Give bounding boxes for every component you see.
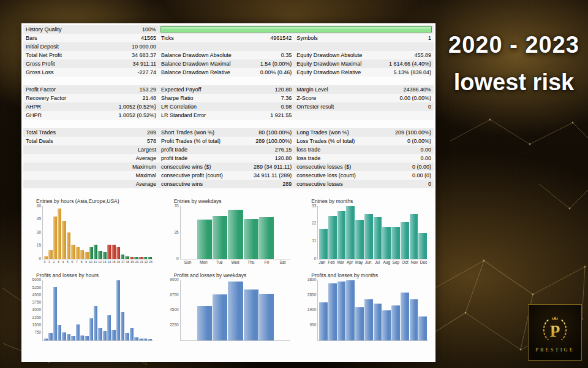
- stat-label: [23, 145, 104, 154]
- y-tick-label: 4500: [170, 309, 180, 313]
- stat-value: 0.00% (0.46): [241, 68, 294, 77]
- bar: [259, 217, 274, 259]
- x-tick-label: 13: [102, 260, 107, 264]
- bar: [244, 219, 258, 259]
- table-row: Averageprofit trade120.80loss trade0.00: [23, 154, 434, 163]
- x-tick-label: Sat: [275, 260, 291, 265]
- table-row: Maximumconsecutive wins ($)289 (34 911.1…: [23, 163, 434, 171]
- bar: [143, 257, 147, 259]
- stat-label: LR Standard Error: [159, 111, 241, 120]
- bar: [62, 332, 66, 340]
- table-row: Bars41565Ticks4961542Symbols1: [23, 34, 434, 42]
- bar: [319, 229, 328, 259]
- background: History Quality100%Bars41565Ticks4961542…: [0, 0, 588, 368]
- stat-label: Sharpe Ratio: [159, 94, 241, 102]
- stat-value: 100%: [104, 25, 159, 34]
- stat-label: Long Trades (won %): [294, 128, 376, 137]
- stat-value: 276.15: [241, 145, 294, 154]
- table-row: Total Net Profit34 683.37Balance Drawdow…: [23, 51, 434, 59]
- x-tick-label: 21: [139, 260, 144, 264]
- stat-value: 0.00 (0.00%): [376, 94, 434, 102]
- stat-label: consecutive losses ($): [294, 163, 376, 171]
- bar: [94, 245, 97, 259]
- y-tick-label: 0: [39, 257, 43, 261]
- y-tick-label: 60: [37, 204, 43, 209]
- x-tick-label: 10: [88, 260, 93, 264]
- brand-name: PRESTIGE: [535, 347, 575, 353]
- stat-value: 0.00: [376, 154, 434, 163]
- x-tick-label: Wed: [227, 260, 243, 265]
- headline: 2020 - 2023 lowest risk: [442, 32, 586, 96]
- chart-title: Entries by weekdays: [174, 198, 293, 204]
- stat-label: Balance Drawdown Maximal: [159, 59, 241, 68]
- y-tick-label: 11: [312, 239, 318, 243]
- x-axis: 01234567891011121314151617181920212223: [42, 260, 153, 264]
- stat-value: 0.35: [241, 51, 294, 59]
- prestige-emblem-icon: P: [538, 312, 571, 345]
- tagline-heading: lowest risk: [442, 69, 586, 96]
- x-tick-label: 15: [111, 260, 116, 264]
- chart-plot: 015304560: [42, 206, 153, 259]
- x-tick-label: 1: [47, 260, 52, 264]
- x-tick-label: 17: [121, 260, 126, 264]
- stat-value: 1: [376, 34, 434, 42]
- bar: [76, 247, 80, 259]
- stat-value: 0 (0.00): [376, 163, 434, 171]
- y-tick-label: 70: [174, 204, 180, 209]
- stat-label: Bars: [23, 34, 104, 42]
- x-tick-label: 20: [135, 260, 140, 264]
- x-tick-label: 16: [116, 260, 121, 264]
- bar: [103, 331, 107, 340]
- bar: [111, 330, 115, 340]
- x-tick-label: 7: [75, 260, 80, 264]
- chart: Entries by months0112233JanFebMarAprMayJ…: [301, 198, 431, 265]
- stat-value: 1.0052 (0.52%): [104, 102, 159, 111]
- stat-value: Maximal: [104, 171, 159, 180]
- y-tick-label: 35: [174, 231, 180, 235]
- chart: Profits and losses by months950190028503…: [301, 272, 431, 341]
- bar: [80, 335, 84, 340]
- x-tick-label: 5: [66, 260, 70, 264]
- bar: [71, 336, 75, 340]
- x-tick-label: 9: [84, 260, 89, 264]
- bar: [197, 220, 212, 259]
- y-tick-label: 45: [37, 217, 43, 221]
- chart-plot: 7501500225030003750450052506000: [42, 280, 153, 341]
- bar: [382, 227, 391, 259]
- stat-value: 34 683.37: [104, 51, 159, 59]
- stat-value: Largest: [104, 145, 159, 154]
- bar: [143, 339, 147, 340]
- bar: [148, 339, 151, 340]
- chart-bars: [43, 206, 153, 259]
- stat-value: 289: [104, 128, 159, 137]
- x-tick-label: 4: [61, 260, 66, 264]
- chart: Entries by weekdays03570SunMonTueWedThuF…: [164, 198, 293, 265]
- bar: [58, 325, 61, 340]
- table-row: Profit Factor153.29Expected Payoff120.80…: [23, 85, 434, 94]
- bar: [410, 214, 418, 259]
- bar: [94, 306, 97, 340]
- stat-value: 24386.40%: [376, 85, 434, 94]
- stat-value: 455.89: [376, 51, 434, 59]
- bar: [53, 217, 57, 259]
- stat-value: 7.36: [241, 94, 294, 102]
- stat-label: LR Correlation: [159, 102, 241, 111]
- bar: [71, 245, 75, 259]
- x-axis: SunMonTueWedThuFriSat: [180, 260, 291, 265]
- stat-label: Initial Deposit: [23, 42, 104, 51]
- x-axis: JanFebMarAprMayJunJulAugSepOctNovDec: [317, 260, 428, 265]
- bar: [62, 221, 66, 259]
- stat-label: Expected Payoff: [159, 85, 241, 94]
- table-row: Averageconsecutive wins289consecutive lo…: [23, 180, 434, 188]
- bar: [391, 227, 400, 259]
- y-tick-label: 15: [37, 243, 43, 248]
- chart-bars: [43, 280, 153, 340]
- bar: [67, 334, 70, 340]
- y-tick-label: 9000: [170, 278, 180, 283]
- y-tick-label: 3800: [307, 278, 318, 283]
- table-row: Maximalconsecutive profit (count)34 911.…: [23, 171, 434, 180]
- bar: [48, 250, 52, 259]
- stat-label: [23, 171, 104, 180]
- bar: [401, 293, 409, 340]
- bar: [355, 307, 364, 340]
